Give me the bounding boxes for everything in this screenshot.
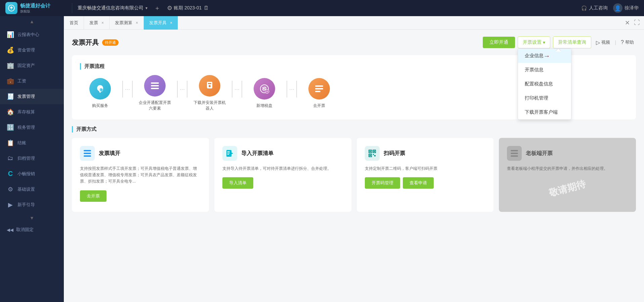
jichushezhi-icon: ⚙ bbox=[7, 186, 14, 193]
sidebar-item-guidangguanli[interactable]: 🗂 归档管理 bbox=[0, 151, 64, 166]
jiezhang-icon: 📋 bbox=[7, 139, 14, 147]
logo-subtitle: 旗舰版 bbox=[20, 9, 50, 14]
sidebar-item-shuiwuguanli[interactable]: 🔢 税务管理 bbox=[0, 120, 64, 135]
tab-fapiaokaiju-label: 发票开具 bbox=[149, 20, 167, 26]
tabs-bar: 首页 发票 × 发票测算 × 发票开具 × ✕ ⛶ bbox=[64, 16, 644, 30]
tab-fapiaocesuanan[interactable]: 发票测算 × bbox=[110, 16, 144, 30]
settings-dropdown-container: 开票设置 ▾ → 企业信息 bbox=[518, 36, 550, 48]
flow-step-5-label: 去开票 bbox=[313, 103, 325, 109]
page-content: 发票开具 待开通 立即开通 开票设置 ▾ bbox=[64, 30, 644, 302]
sidebar-item-gongzi[interactable]: 💼 工资 bbox=[0, 73, 64, 89]
flow-divider-3b bbox=[242, 81, 242, 98]
sidebar-down-button[interactable]: ▼ bbox=[0, 213, 64, 223]
company-dropdown-arrow: ▾ bbox=[145, 6, 147, 10]
sidebar-item-xiaochangbaoxiao[interactable]: C 小畅报销 bbox=[0, 166, 64, 182]
xinshouyin-icon: ▶ bbox=[7, 201, 14, 209]
logo-text: 畅捷通好会计 旗舰版 bbox=[20, 3, 50, 14]
flow-step-2-icon bbox=[144, 75, 166, 97]
sidebar-cancel-fixed[interactable]: ◀◀ 取消固定 bbox=[0, 223, 64, 236]
flow-step-1-label: 购买服务 bbox=[92, 103, 108, 109]
add-button[interactable]: ＋ bbox=[153, 3, 162, 13]
tab-fapiao[interactable]: 发票 × bbox=[84, 16, 110, 30]
dropdown-item-download[interactable]: 下载开票客户端 bbox=[518, 105, 571, 119]
tab-fapiaokaiju[interactable]: 发票开具 × bbox=[144, 16, 178, 30]
user-area[interactable]: 👤 徐泽华 bbox=[613, 3, 639, 13]
flow-connector-3: ··· bbox=[230, 81, 244, 106]
tab-fapiaocesuanan-close[interactable]: × bbox=[136, 21, 138, 25]
dropdown-item-taxinfo[interactable]: 配置税盘信息 bbox=[518, 77, 571, 91]
flow-arrow-2: ··· bbox=[180, 86, 185, 93]
svg-rect-14 bbox=[315, 88, 323, 89]
flow-divider-4b bbox=[296, 81, 297, 98]
flow-step-2-label: 企业开通配置开票六要素 bbox=[138, 100, 172, 111]
sidebar-item-jiezhang[interactable]: 📋 结账 bbox=[0, 135, 64, 151]
svg-rect-28 bbox=[374, 151, 375, 152]
method-boss-icon bbox=[507, 146, 522, 161]
sidebar-item-gudingzichan[interactable]: 🏢 固定资产 bbox=[0, 58, 64, 73]
svg-text:+: + bbox=[99, 88, 101, 91]
svg-rect-20 bbox=[227, 151, 230, 152]
yunbao-icon: 📊 bbox=[7, 31, 14, 38]
company-name: 重庆畅捷交通信息咨询有限公司 bbox=[78, 5, 143, 11]
sidebar-label-yunbao: 云报表中心 bbox=[17, 32, 39, 38]
consulting-button[interactable]: 🎧 人工咨询 bbox=[581, 5, 608, 11]
svg-rect-34 bbox=[511, 155, 518, 157]
video-button[interactable]: ▷ 视频 bbox=[594, 37, 612, 48]
headphone-icon: 🎧 bbox=[581, 5, 587, 11]
abnormal-button[interactable]: 异常清单查询 bbox=[553, 36, 591, 48]
svg-rect-15 bbox=[315, 91, 320, 92]
flow-arrow-1: ··· bbox=[125, 86, 130, 93]
flow-step-1: + 购买服务 bbox=[80, 78, 120, 109]
settings-dropdown-button[interactable]: 开票设置 ▾ bbox=[518, 36, 550, 48]
sidebar-item-jichushezhi[interactable]: ⚙ 基础设置 bbox=[0, 182, 64, 197]
help-button[interactable]: ? 帮助 bbox=[619, 37, 636, 48]
method-card-fill: 发票填开 支持按照发票样式手工填开发票；可开具增值税电子普通发票、增值税普通发票… bbox=[72, 138, 209, 212]
help-circle-icon: ? bbox=[621, 39, 624, 45]
svg-rect-22 bbox=[227, 154, 229, 155]
calendar-icon[interactable]: 🗓 bbox=[204, 5, 209, 11]
zijin-icon: 💰 bbox=[7, 46, 14, 54]
method-scan-manage-button[interactable]: 开票码管理 bbox=[365, 177, 400, 189]
divider-bar: | bbox=[615, 40, 616, 45]
sidebar-item-zijin[interactable]: 💰 资金管理 bbox=[0, 42, 64, 58]
tab-homepage[interactable]: 首页 bbox=[64, 16, 84, 30]
methods-section-title: 开票方式 bbox=[72, 126, 636, 133]
method-card-boss: 老板端开票 查看老板端小程序提交的开票申请，并作出相应的处理。 敬请期待 bbox=[499, 138, 636, 212]
company-selector[interactable]: 重庆畅捷交通信息咨询有限公司 ▾ bbox=[75, 4, 150, 12]
dropdown-item-kaipiaoinfo[interactable]: 开票信息 bbox=[518, 63, 571, 77]
svg-rect-17 bbox=[84, 153, 91, 154]
sidebar-item-xinshouyin[interactable]: ▶ 新手引导 bbox=[0, 197, 64, 213]
kucunhesuan-icon: 🏠 bbox=[7, 108, 14, 116]
sidebar-item-yunbao[interactable]: 📊 云报表中心 bbox=[0, 27, 64, 42]
method-scan-apply-button[interactable]: 查看申请 bbox=[403, 177, 434, 189]
logo-area: 畅捷通好会计 旗舰版 bbox=[5, 2, 69, 14]
gongzi-icon: 💼 bbox=[7, 77, 14, 85]
settings-button[interactable]: ⚙ bbox=[166, 3, 174, 13]
sidebar-item-kucunhesuan[interactable]: 🏠 库存核算 bbox=[0, 104, 64, 120]
method-import-button[interactable]: 导入清单 bbox=[222, 177, 253, 189]
flow-connector-4: ··· bbox=[285, 81, 299, 106]
tab-homepage-label: 首页 bbox=[70, 20, 78, 26]
content-area: 首页 发票 × 发票测算 × 发票开具 × ✕ ⛶ bbox=[64, 16, 644, 302]
dropdown-kaipiaoinfo-label: 开票信息 bbox=[525, 67, 544, 72]
tab-fapiaokaiju-close[interactable]: × bbox=[170, 21, 172, 25]
sidebar-up-button[interactable]: ▲ bbox=[0, 16, 64, 27]
sidebar-item-fapiaoguanli[interactable]: 🧾 发票管理 bbox=[0, 89, 64, 104]
settings-label: 开票设置 bbox=[523, 39, 542, 45]
svg-text:+: + bbox=[266, 90, 268, 93]
close-tab-button[interactable]: ✕ bbox=[624, 18, 631, 28]
tab-fapiao-close[interactable]: × bbox=[101, 21, 104, 25]
flow-step-3: 下载并安装开票机器人 bbox=[189, 75, 230, 111]
dropdown-item-printer[interactable]: 打印机管理 bbox=[518, 91, 571, 105]
activate-button[interactable]: 立即开通 bbox=[483, 37, 515, 48]
flow-step-3-icon bbox=[199, 75, 220, 97]
method-fill-button[interactable]: 去开票 bbox=[80, 190, 106, 202]
flow-divider-1b bbox=[132, 81, 133, 98]
svg-rect-8 bbox=[208, 83, 211, 84]
page-title-area: 发票开具 待开通 bbox=[72, 38, 119, 47]
flow-step-2: 企业开通配置开票六要素 bbox=[135, 75, 175, 111]
help-label: 帮助 bbox=[625, 39, 634, 45]
expand-tab-button[interactable]: ⛶ bbox=[633, 18, 641, 28]
svg-rect-13 bbox=[315, 85, 323, 87]
flow-divider-2 bbox=[177, 81, 178, 98]
